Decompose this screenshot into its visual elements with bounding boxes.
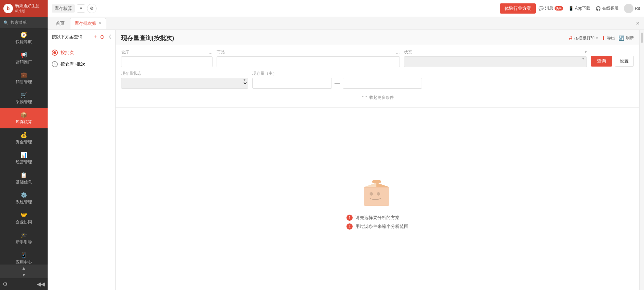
topbar: 库存核算 ▾ ⚙ 体验行业方案 💬 消息 99+ 📱 App下载 🎧 在线客服 … xyxy=(48,0,644,17)
export-label: 导出 xyxy=(607,35,615,41)
svg-rect-6 xyxy=(372,180,381,183)
scheme-item-label: 按仓库+批次 xyxy=(61,61,85,67)
status-label: 状态 ▾ xyxy=(404,49,587,55)
nav-icon: 💰 xyxy=(20,132,27,138)
tab-inventory-batch[interactable]: 库存批次账 ✕ xyxy=(70,18,106,29)
headset-icon: 🎧 xyxy=(596,6,601,11)
query-area: 现存量查询(按批次) 🖨 按模板打印 ▾ ⬆ 导出 🔄 刷新 xyxy=(116,30,639,290)
sidebar-item-guide[interactable]: 🎓 新手引导 xyxy=(0,229,48,249)
sidebar-item-label: 系统管理 xyxy=(16,199,32,205)
sidebar-item-finance[interactable]: 💰 资金管理 xyxy=(0,128,48,148)
sidebar-item-basics[interactable]: 📋 基础信息 xyxy=(0,168,48,188)
sidebar-item-label: 经营管理 xyxy=(16,159,32,165)
collapse-btn[interactable]: ◀◀ xyxy=(37,281,45,287)
step-num-1: 1 xyxy=(346,215,353,221)
scheme-settings-btn[interactable]: ⊙ xyxy=(100,34,104,40)
tab-label: 首页 xyxy=(56,20,65,26)
messages-badge: 99+ xyxy=(555,6,563,11)
stock-amount-to[interactable] xyxy=(343,78,422,89)
sidebar-bottom: ⚙ ◀◀ xyxy=(0,278,48,290)
search-label: 搜索菜单 xyxy=(11,20,27,25)
app-version: 标准版 xyxy=(15,9,39,14)
nav-icon: 📱 xyxy=(20,252,27,258)
stock-amount-range: — xyxy=(252,78,422,89)
app-download-btn[interactable]: 📱 App下载 xyxy=(569,5,590,11)
settings-icon[interactable]: ⚙ xyxy=(3,281,7,287)
nav-icon: 🛒 xyxy=(20,92,27,98)
warehouse-input[interactable] xyxy=(121,56,213,67)
phone-icon: 📱 xyxy=(569,6,574,11)
print-dropdown-icon[interactable]: ▾ xyxy=(596,36,598,40)
nav-icon: ⚙️ xyxy=(20,192,27,198)
stock-amount-from[interactable] xyxy=(252,78,332,89)
empty-state: 1 请先选择要分析的方案 2 用过滤条件来缩小分析范围 xyxy=(116,108,639,290)
scheme-add-btn[interactable]: ＋ xyxy=(92,33,98,40)
sidebar-item-app-center[interactable]: 📱 应用中心 xyxy=(0,249,48,265)
scheme-collapse-btn[interactable]: 《 xyxy=(106,34,111,40)
sidebar-item-sales[interactable]: 💼 销售管理 xyxy=(0,68,48,88)
refresh-btn[interactable]: 🔄 刷新 xyxy=(618,35,634,41)
warehouse-field: 仓库 ... xyxy=(121,49,213,67)
stock-status-field: 现存量状态 xyxy=(121,71,248,89)
scheme-item-by-batch[interactable]: 按批次 xyxy=(48,47,115,58)
product-input[interactable] xyxy=(217,56,400,67)
print-template-btn[interactable]: 🖨 按模板打印 ▾ xyxy=(568,35,598,41)
app-download-label: App下载 xyxy=(575,5,590,11)
nav-icon: 🧭 xyxy=(20,32,27,38)
sidebar-item-purchase[interactable]: 🛒 采购管理 xyxy=(0,88,48,108)
sidebar-scroll-up[interactable]: ▲ xyxy=(0,265,48,271)
empty-step-2: 2 用过滤条件来缩小分析范围 xyxy=(346,223,408,230)
topbar-breadcrumb: 库存核算 ▾ ⚙ xyxy=(52,4,497,13)
sidebar-item-quick-nav[interactable]: 🧭 快捷导航 xyxy=(0,28,48,48)
empty-step-1: 1 请先选择要分析的方案 xyxy=(346,215,408,221)
user-menu[interactable]: Rit xyxy=(624,4,640,13)
scheme-panel-title: 按以下方案查询 xyxy=(52,34,83,40)
tab-close-btn[interactable]: ✕ xyxy=(99,21,102,25)
stock-status-select[interactable] xyxy=(121,78,248,89)
nav-icon: 💼 xyxy=(20,72,27,78)
product-dots-btn[interactable]: ... xyxy=(396,50,400,55)
breadcrumb-text: 库存核算 xyxy=(52,4,75,13)
sidebar-item-inventory[interactable]: 📦 库存核算 xyxy=(0,108,48,128)
filter-area: 仓库 ... 商品 ... 状态 xyxy=(116,45,639,108)
scrollbar-thumb[interactable] xyxy=(641,33,643,43)
tab-home[interactable]: 首页 xyxy=(52,18,69,29)
sidebar-item-operations[interactable]: 📊 经营管理 xyxy=(0,148,48,168)
sidebar-item-marketing[interactable]: 📢 营销推广 xyxy=(0,48,48,68)
avatar xyxy=(624,4,633,13)
breadcrumb-dropdown[interactable]: ▾ xyxy=(77,4,85,13)
product-label: 商品 ... xyxy=(217,49,400,55)
sidebar-scroll-down[interactable]: ▼ xyxy=(0,271,48,278)
search-icon: 🔍 xyxy=(3,20,9,25)
messages-btn[interactable]: 💬 消息 99+ xyxy=(539,5,563,11)
scheme-active-icon xyxy=(52,50,58,56)
settings-btn[interactable]: 设置 xyxy=(615,56,634,67)
header-actions: 🖨 按模板打印 ▾ ⬆ 导出 🔄 刷新 xyxy=(568,35,634,41)
sidebar-item-label: 企业协同 xyxy=(16,219,32,225)
page-content: 按以下方案查询 ＋ ⊙ 《 按批次 ○ 按仓库+批次 xyxy=(48,30,644,290)
scheme-icon: ○ xyxy=(52,61,58,67)
messages-label: 消息 xyxy=(545,5,553,11)
query-btn[interactable]: 查询 xyxy=(591,56,612,67)
tab-bar-close-btn[interactable]: ✕ xyxy=(636,21,640,26)
scheme-item-by-warehouse-batch[interactable]: ○ 按仓库+批次 xyxy=(48,58,115,70)
sidebar-item-system[interactable]: ⚙️ 系统管理 xyxy=(0,188,48,209)
export-btn[interactable]: ⬆ 导出 xyxy=(601,35,615,41)
sidebar-search[interactable]: 🔍 搜索菜单 xyxy=(0,17,48,28)
empty-illustration xyxy=(357,168,398,209)
user-name: Rit xyxy=(635,6,640,11)
experience-btn[interactable]: 体验行业方案 xyxy=(500,3,536,14)
right-scrollbar[interactable] xyxy=(639,30,644,290)
online-support-btn[interactable]: 🎧 在线客服 xyxy=(596,5,618,11)
nav-icon: 📦 xyxy=(20,112,27,118)
svg-point-4 xyxy=(370,192,373,196)
warehouse-dots-btn[interactable]: ... xyxy=(209,50,213,55)
sidebar-item-enterprise[interactable]: 🤝 企业协同 xyxy=(0,209,48,229)
filter-row-2: 现存量状态 现存量（主） — xyxy=(121,71,634,89)
message-icon: 💬 xyxy=(539,6,544,11)
topbar-settings-btn[interactable]: ⚙ xyxy=(87,4,97,13)
tab-bar: 首页 库存批次账 ✕ ✕ xyxy=(48,17,644,30)
sidebar-item-label: 营销推广 xyxy=(16,59,32,65)
status-select[interactable] xyxy=(404,56,587,67)
collapse-more-btn[interactable]: ⌃⌃ 收起更多条件 xyxy=(121,92,634,103)
